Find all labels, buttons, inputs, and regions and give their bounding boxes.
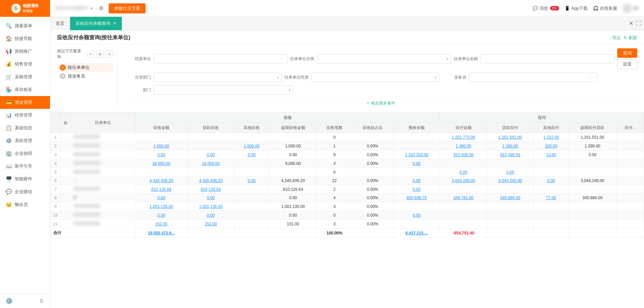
row-prepaid-5[interactable]: 0.00: [393, 177, 440, 185]
row-recv-amount-9[interactable]: 0.00: [135, 211, 187, 220]
row-settings-1: [61, 142, 71, 150]
row-loan-recv-7[interactable]: 0.00: [187, 194, 234, 202]
row-recv-amount-8[interactable]: 1,001,135.00: [135, 202, 187, 211]
row-loan-pay-7[interactable]: 345,684.00: [487, 194, 534, 202]
row-loan-recv-5[interactable]: 4,345,436.20: [187, 177, 234, 185]
row-other-pay-0[interactable]: 1,222.00: [534, 133, 569, 142]
row-recv-amount-10[interactable]: 152.00: [135, 220, 187, 228]
sidebar-item-nav[interactable]: 🏠 快捷导航: [0, 32, 50, 45]
filter-collapse-btn[interactable]: ∧ 收起更多条件: [124, 98, 637, 108]
row-recv-amount-2[interactable]: 0.00: [135, 150, 187, 159]
row-prepaid-3[interactable]: 0.00: [393, 159, 440, 168]
tab-maximize-icon[interactable]: ⛶: [636, 20, 641, 27]
sidebar-settings-icon[interactable]: ⚙️: [5, 297, 13, 305]
sidebar-item-purchase[interactable]: 🛒 采购管理: [0, 71, 50, 83]
row-recv-amount-3[interactable]: 18,000.00: [135, 159, 187, 168]
sidebar-item-wechat[interactable]: 💬 企业微信: [0, 185, 50, 198]
row-loan-recv-8[interactable]: 1,001,135.00: [187, 202, 234, 211]
row-loan-recv-6[interactable]: 810,126.64: [187, 185, 234, 194]
tab-home[interactable]: 首页: [50, 17, 70, 30]
row-loan-recv-10[interactable]: 152.00: [187, 220, 234, 228]
row-loan-recv-3[interactable]: 18,000.00: [187, 159, 234, 168]
app-download-item[interactable]: 📱 App下载: [565, 5, 588, 11]
row-loan-pay-5[interactable]: 3,044,240.00: [487, 177, 534, 185]
row-loan-pay-4[interactable]: 0.00: [487, 168, 534, 177]
row-recv-amount-7[interactable]: 0.00: [135, 194, 187, 202]
sidebar-item-system[interactable]: ⚙️ 系统管理: [0, 134, 50, 147]
row-other-pay-5[interactable]: 0.00: [534, 177, 569, 185]
total-prepaid-balance[interactable]: 6,417,215....: [393, 228, 440, 238]
filter-input-salesperson[interactable]: ···: [469, 73, 597, 82]
salesperson-dots-icon[interactable]: ···: [588, 75, 594, 80]
settlement-dots-icon[interactable]: ···: [278, 56, 284, 61]
row-pay-amount-2[interactable]: 915,508.56: [440, 150, 487, 159]
online-service-item[interactable]: 🎧 在线客服: [593, 5, 617, 11]
sidebar-item-member[interactable]: 👑 畅会员: [0, 198, 50, 211]
row-other-pay-7[interactable]: 77.00: [534, 194, 569, 202]
sidebar-item-marketing[interactable]: 📢 营销推广: [0, 45, 50, 58]
row-other-pay-1[interactable]: 100.00: [534, 142, 569, 150]
row-pay-amount-7[interactable]: 345,761.00: [440, 194, 487, 202]
row-loan-pay-8: [487, 202, 534, 211]
topbar-dropdown-icon[interactable]: ▾: [91, 6, 93, 11]
row-prepaid-7[interactable]: 655,636.75: [393, 194, 440, 202]
sidebar-item-inventory[interactable]: 🏪 库存核算: [0, 83, 50, 96]
sidebar-item-fund[interactable]: 💳 资金管理: [0, 96, 50, 109]
filter-field-partner-type: 往来单位分类 ▾: [287, 54, 451, 63]
row-prepaid-2[interactable]: 2,153,333.00: [393, 150, 440, 159]
filter-option-partner[interactable]: U 按往来单位: [57, 63, 113, 72]
sidebar-item-corp[interactable]: 🏢 企业协同: [0, 147, 50, 160]
total-recv-amount[interactable]: 19,553,472,6...: [135, 228, 187, 238]
message-item[interactable]: 💬 消息 99+: [533, 5, 559, 11]
export-button[interactable]: ↑ 导出: [609, 35, 621, 41]
row-recv-amount-5[interactable]: 4,345,436.20: [135, 177, 187, 185]
sidebar-item-basic[interactable]: 📋 基础信息: [0, 122, 50, 134]
topbar-gear-icon[interactable]: ⚙: [97, 4, 106, 13]
row-loan-recv-2[interactable]: 0.00: [187, 150, 234, 159]
filter-select-department[interactable]: ▾: [154, 85, 293, 95]
filter-collapse-left-icon[interactable]: «: [106, 50, 113, 58]
query-button[interactable]: 查询: [617, 48, 637, 58]
tab-close-window-icon[interactable]: ✕: [629, 20, 633, 27]
filter-option-salesperson[interactable]: B 按业务员: [57, 72, 113, 81]
filter-input-partner-name[interactable]: [481, 54, 614, 63]
solution-button[interactable]: 体验行业方案: [109, 3, 146, 13]
row-pay-amount-4[interactable]: 0.00: [440, 168, 487, 177]
tab-receivable[interactable]: 应收应付余额查询 ✕: [70, 17, 122, 30]
row-prepaid-6[interactable]: 0.00: [393, 185, 440, 194]
sidebar-item-operation[interactable]: 📊 经营管理: [0, 109, 50, 122]
row-loan-pay-0[interactable]: 1,251,551.00: [487, 133, 534, 142]
filter-add-icon[interactable]: +: [87, 50, 94, 58]
row-other-pay-2[interactable]: 13.00: [534, 150, 569, 159]
partner-type-chevron-icon: ▾: [446, 57, 448, 61]
row-other-recv-1[interactable]: 1,000.00: [234, 142, 269, 150]
row-pay-amount-5[interactable]: 3,044,240.00: [440, 177, 487, 185]
sidebar-item-guide[interactable]: 📖 新手引导: [0, 160, 50, 173]
setting-button[interactable]: 设置: [617, 59, 637, 69]
sidebar-collapse-icon[interactable]: ⏸: [39, 298, 45, 305]
row-recv-amount-1[interactable]: 1,000.00: [135, 142, 187, 150]
row-loan-pay-1[interactable]: 1,390.00: [487, 142, 534, 150]
tab-close-icon[interactable]: ✕: [113, 21, 116, 26]
refresh-button[interactable]: ↻ 刷新: [624, 35, 637, 41]
filter-select-partner-nature[interactable]: ▾: [311, 73, 439, 82]
table-settings-icon[interactable]: ⚙: [63, 120, 68, 126]
user-info[interactable]: Rit: [623, 4, 639, 13]
filter-select-partner-type[interactable]: ▾: [317, 54, 451, 63]
row-other-recv-5[interactable]: 0.00: [234, 177, 269, 185]
sidebar-item-search[interactable]: 🔍 搜索菜单: [0, 19, 50, 32]
row-recv-amount-6[interactable]: 810,126.64: [135, 185, 187, 194]
row-prepaid-9[interactable]: 0.00: [393, 211, 440, 220]
th-settings[interactable]: ⚙: [61, 113, 71, 133]
row-loan-pay-2[interactable]: 915,495.56: [487, 150, 534, 159]
filter-input-settlement[interactable]: ···: [154, 54, 287, 63]
filter-select-dept[interactable]: ▾: [154, 73, 282, 82]
table-container[interactable]: ⚙ 往来单位 应收 应付 应收金额 贷款应收 其他应收 超期应收金额 应收笔数 …: [50, 113, 644, 308]
row-pay-amount-1[interactable]: 1,490.00: [440, 142, 487, 150]
row-pay-amount-0[interactable]: 1,252,773.00: [440, 133, 487, 142]
row-other-recv-2[interactable]: 0.00: [234, 150, 269, 159]
sidebar-item-sales[interactable]: 💰 销售管理: [0, 58, 50, 71]
sidebar-item-hardware[interactable]: 🖥️ 智能硬件: [0, 173, 50, 185]
row-loan-recv-9[interactable]: 0.00: [187, 211, 234, 220]
filter-settings-icon[interactable]: ⊙: [96, 50, 104, 58]
